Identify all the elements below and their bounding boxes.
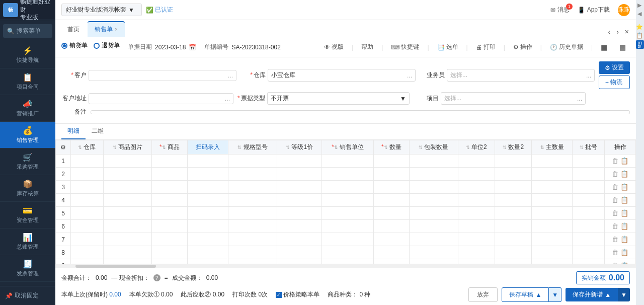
- row-mainqty[interactable]: [532, 168, 573, 181]
- row-img[interactable]: [103, 259, 152, 264]
- col-price1[interactable]: ⇅ 等级1价: [277, 140, 321, 155]
- view-button[interactable]: 👁 视版: [320, 41, 348, 53]
- row-spec[interactable]: [228, 259, 277, 264]
- row-copy-icon[interactable]: 📋: [620, 157, 628, 165]
- row-price1[interactable]: [277, 207, 321, 220]
- col-warehouse[interactable]: ⇅ 仓库: [71, 140, 104, 155]
- row-unit2[interactable]: [458, 220, 495, 233]
- setup-button[interactable]: ⚙ 设置: [599, 61, 630, 74]
- row-qty[interactable]: [374, 233, 410, 246]
- row-packqty[interactable]: [409, 207, 458, 220]
- row-batch[interactable]: [572, 259, 605, 264]
- row-batch[interactable]: [572, 181, 605, 194]
- save-draft-arrow-button[interactable]: ▼: [549, 287, 561, 302]
- col-goods[interactable]: *⇅ 商品: [152, 140, 188, 155]
- row-qty[interactable]: [374, 246, 410, 259]
- row-barcode[interactable]: [187, 207, 228, 220]
- remark-input[interactable]: [91, 110, 630, 114]
- row-delete-icon[interactable]: 🗑: [612, 196, 618, 204]
- save-new-button[interactable]: 保存并新增 ▲: [566, 288, 618, 301]
- row-mainqty[interactable]: [532, 259, 573, 264]
- row-goods[interactable]: [152, 207, 188, 220]
- row-copy-icon[interactable]: 📋: [620, 183, 628, 191]
- row-salesunit[interactable]: [322, 207, 374, 220]
- table-tab-2d[interactable]: 二维: [86, 124, 110, 139]
- row-unit2[interactable]: [458, 155, 495, 168]
- row-warehouse[interactable]: [71, 155, 104, 168]
- customer-addr-input[interactable]: ...: [89, 93, 233, 104]
- row-delete-icon[interactable]: 🗑: [612, 249, 618, 256]
- col-pack-qty[interactable]: ⇅ 包装数量: [409, 140, 458, 155]
- user-avatar[interactable]: 珠珠: [618, 4, 630, 16]
- row-mainqty[interactable]: [532, 220, 573, 233]
- row-unit2[interactable]: [458, 246, 495, 259]
- row-qty2[interactable]: [495, 168, 531, 181]
- row-mainqty[interactable]: [532, 246, 573, 259]
- row-warehouse[interactable]: [71, 181, 104, 194]
- row-copy-icon[interactable]: 📋: [620, 222, 628, 230]
- col-main-qty[interactable]: ⇅ 主数量: [532, 140, 573, 155]
- row-copy-icon[interactable]: 📋: [620, 170, 628, 178]
- row-goods[interactable]: [152, 168, 188, 181]
- row-packqty[interactable]: [409, 233, 458, 246]
- row-img[interactable]: [103, 220, 152, 233]
- right-panel-icon-1[interactable]: ▶: [637, 2, 643, 9]
- row-unit2[interactable]: [458, 168, 495, 181]
- layout1-button[interactable]: ▦: [597, 42, 611, 53]
- row-delete-icon[interactable]: 🗑: [612, 170, 618, 178]
- row-salesunit[interactable]: [322, 155, 374, 168]
- row-barcode[interactable]: [187, 194, 228, 207]
- col-qty2[interactable]: ⇅ 数量2: [495, 140, 531, 155]
- save-draft-button[interactable]: 保存草稿 ▲: [502, 287, 549, 302]
- company-selector[interactable]: 好业财专业版演示帐套 ▼: [61, 4, 142, 16]
- row-barcode[interactable]: [187, 233, 228, 246]
- row-spec[interactable]: [228, 155, 277, 168]
- row-copy-icon[interactable]: 📋: [620, 196, 628, 204]
- row-mainqty[interactable]: [532, 155, 573, 168]
- table-tab-detail[interactable]: 明细: [61, 124, 86, 139]
- search-menu-button[interactable]: 🔍 搜索菜单: [3, 24, 52, 38]
- row-price1[interactable]: [277, 246, 321, 259]
- row-qty[interactable]: [374, 155, 410, 168]
- sidebar-item-invoice[interactable]: 🧾 发票管理: [0, 255, 55, 282]
- row-qty2[interactable]: [495, 207, 531, 220]
- row-unit2[interactable]: [458, 207, 495, 220]
- row-salesunit[interactable]: [322, 233, 374, 246]
- discard-button[interactable]: 放弃: [468, 287, 498, 302]
- col-spec[interactable]: ⇅ 规格型号: [228, 140, 277, 155]
- row-salesunit[interactable]: [322, 168, 374, 181]
- warehouse-input[interactable]: 小宝仓库 ...: [268, 69, 416, 82]
- row-packqty[interactable]: [409, 168, 458, 181]
- row-spec[interactable]: [228, 207, 277, 220]
- warehouse-picker-dots[interactable]: ...: [407, 72, 412, 79]
- row-spec[interactable]: [228, 181, 277, 194]
- row-batch[interactable]: [572, 220, 605, 233]
- row-qty2[interactable]: [495, 259, 531, 264]
- col-unit2[interactable]: ⇅ 单位2: [458, 140, 495, 155]
- row-packqty[interactable]: [409, 194, 458, 207]
- row-warehouse[interactable]: [71, 233, 104, 246]
- row-copy-icon[interactable]: 📋: [620, 209, 628, 217]
- customer-input[interactable]: ...: [89, 70, 236, 81]
- row-qty[interactable]: [374, 207, 410, 220]
- scroll-thumb[interactable]: [75, 265, 156, 268]
- col-salesunit[interactable]: *⇅ 销售单位: [322, 140, 374, 155]
- col-barcode[interactable]: 扫码录入: [187, 140, 228, 155]
- row-delete-icon[interactable]: 🗑: [612, 236, 618, 243]
- message-button[interactable]: ✉ 1 消息: [550, 6, 570, 14]
- row-packqty[interactable]: [409, 155, 458, 168]
- row-price1[interactable]: [277, 194, 321, 207]
- row-spec[interactable]: [228, 194, 277, 207]
- row-spec[interactable]: [228, 246, 277, 259]
- row-goods[interactable]: [152, 233, 188, 246]
- row-price1[interactable]: [277, 259, 321, 264]
- unpin-button[interactable]: 📌 取消固定: [3, 289, 52, 302]
- row-img[interactable]: [103, 233, 152, 246]
- row-goods[interactable]: [152, 246, 188, 259]
- row-unit2[interactable]: [458, 233, 495, 246]
- salesperson-input[interactable]: 选择... ...: [447, 69, 595, 82]
- col-settings[interactable]: ⚙: [56, 140, 71, 155]
- row-goods[interactable]: [152, 155, 188, 168]
- right-panel-icon-active[interactable]: Ea: [636, 40, 644, 49]
- history-button[interactable]: 🕐 历史单据: [546, 41, 587, 53]
